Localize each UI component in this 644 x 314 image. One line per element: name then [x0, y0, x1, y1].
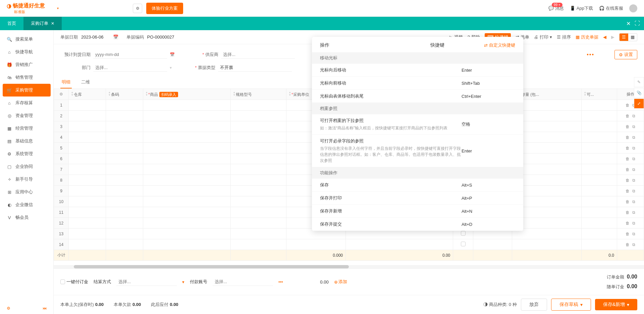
pay-amount[interactable]: 0.00: [288, 279, 329, 285]
custom-shortcut-link[interactable]: ⇄ 自定义快捷键: [484, 42, 515, 48]
prev-doc[interactable]: ◀: [603, 35, 606, 40]
view-list[interactable]: ☰: [620, 34, 628, 41]
app-download-link[interactable]: 📱App下载: [570, 5, 593, 11]
sidebar-item[interactable]: ⌂快捷导航: [0, 46, 53, 58]
messages-link[interactable]: 💬消息99 +: [548, 5, 564, 11]
view-card[interactable]: ▦: [628, 34, 637, 41]
onekey-deposit-check[interactable]: 一键付订金: [60, 279, 88, 285]
delete-row-icon[interactable]: 🗑: [626, 178, 630, 183]
copy-row-icon[interactable]: ⧉: [632, 178, 635, 183]
shortcut-row: 保存并提交Alt+D: [312, 218, 523, 231]
copy-row-icon[interactable]: ⧉: [632, 135, 635, 140]
nav-icon: ⌂: [7, 50, 12, 55]
sidebar-item[interactable]: ◐企业微信: [0, 198, 53, 211]
sidebar-item[interactable]: ✧新手引导: [0, 173, 53, 186]
copy-row-icon[interactable]: ⧉: [632, 221, 635, 226]
copy-row-icon[interactable]: ⧉: [632, 189, 635, 193]
sidebar-item[interactable]: ▦经营管理: [0, 122, 53, 135]
delete-row-icon[interactable]: 🗑: [626, 232, 630, 236]
col-spec[interactable]: ▴▾规格型号: [230, 89, 286, 100]
delete-row-icon[interactable]: 🗑: [626, 114, 630, 118]
table-row[interactable]: 14🗑⧉: [54, 239, 644, 250]
sidebar-item[interactable]: 🛍销售管理: [0, 71, 53, 84]
copy-row-icon[interactable]: ⧉: [632, 156, 635, 161]
col-config[interactable]: ⚙: [54, 89, 69, 100]
scan-entry-chip[interactable]: 扫码录入: [159, 92, 178, 97]
calendar-icon[interactable]: 📅: [113, 35, 118, 40]
rail-attach[interactable]: 📎: [634, 88, 644, 98]
save-and-new-button[interactable]: 保存&新增▾: [595, 299, 637, 310]
next-doc[interactable]: ▶: [611, 35, 614, 40]
try-industry-button[interactable]: 体验行业方案: [146, 3, 183, 14]
sidebar-collapse[interactable]: ⏮: [43, 306, 47, 311]
settings-button[interactable]: ⚙ 设置: [614, 50, 637, 59]
org-settings-button[interactable]: ⚙: [133, 4, 142, 13]
col-barcode[interactable]: ▴▾条码: [106, 89, 143, 100]
delete-row-icon[interactable]: 🗑: [626, 199, 630, 204]
tab-dimension[interactable]: 二维: [80, 76, 91, 88]
delete-row-icon[interactable]: 🗑: [626, 135, 630, 140]
delete-row-icon[interactable]: 🗑: [626, 242, 630, 247]
copy-row-icon[interactable]: ⧉: [632, 114, 635, 118]
sidebar-item[interactable]: ◎资金管理: [0, 109, 53, 122]
dept-select[interactable]: [93, 64, 167, 72]
copy-row-icon[interactable]: ⧉: [632, 146, 635, 150]
add-payment-link[interactable]: ⊕ 添加: [334, 279, 347, 285]
arrival-date-input[interactable]: [93, 51, 167, 59]
doc-date[interactable]: 2023-06-06: [81, 35, 104, 40]
settle-method-select[interactable]: [116, 278, 177, 286]
sort-menu[interactable]: ☰ 排序: [557, 34, 571, 40]
close-all-tabs[interactable]: ✕: [626, 20, 631, 27]
tab-home[interactable]: 首页: [0, 17, 23, 30]
tab-purchase-order[interactable]: 采购订单✕: [23, 17, 62, 30]
delete-row-icon[interactable]: 🗑: [626, 124, 630, 129]
sidebar-item[interactable]: 🎁营销推广: [0, 58, 53, 71]
copy-row-icon[interactable]: ⧉: [632, 124, 635, 129]
sidebar-item[interactable]: ⚙系统管理: [0, 147, 53, 160]
copy-row-icon[interactable]: ⧉: [632, 167, 635, 172]
tab-detail[interactable]: 明细: [60, 76, 72, 88]
calendar-icon[interactable]: 📅: [170, 52, 175, 57]
delete-row-icon[interactable]: 🗑: [626, 167, 630, 172]
close-icon[interactable]: ✕: [51, 21, 54, 26]
fullscreen-toggle[interactable]: ⛶: [635, 20, 640, 26]
rail-expand[interactable]: ⤢: [634, 99, 644, 109]
copy-row-icon[interactable]: ⧉: [632, 232, 635, 236]
org-selector[interactable]: ▾: [55, 6, 129, 10]
chevron-down-icon: ▾: [580, 302, 583, 307]
col-avail[interactable]: ▴▾可...: [581, 89, 617, 100]
col-warehouse[interactable]: ▴▾仓库: [69, 89, 106, 100]
save-draft-button[interactable]: 保存草稿▾: [551, 299, 591, 311]
nav-icon: ▦: [7, 126, 12, 131]
horizontal-scrollbar[interactable]: [54, 265, 644, 268]
supplier-select[interactable]: [221, 51, 295, 59]
copy-row-icon[interactable]: ⧉: [632, 242, 635, 247]
delete-row-icon[interactable]: 🗑: [626, 189, 630, 193]
delete-row-icon[interactable]: 🗑: [626, 210, 630, 215]
invoice-type-select[interactable]: [218, 64, 292, 72]
copy-row-icon[interactable]: ⧉: [632, 199, 635, 204]
sidebar-item[interactable]: ▤基础信息: [0, 135, 53, 147]
discard-button[interactable]: 放弃: [521, 299, 547, 311]
sidebar-item[interactable]: ⊞应用中心: [0, 186, 53, 198]
print-menu[interactable]: 🖨 打印 ▾: [534, 34, 552, 40]
history-link[interactable]: ▦ 历史单据: [576, 34, 598, 40]
row-checkbox[interactable]: [461, 242, 466, 246]
sidebar-settings[interactable]: ⚙: [7, 306, 10, 311]
delete-row-icon[interactable]: 🗑: [626, 221, 630, 226]
copy-row-icon[interactable]: ⧉: [632, 210, 635, 215]
delete-row-icon[interactable]: 🗑: [626, 103, 630, 108]
sidebar-item[interactable]: ▢企业协同: [0, 160, 53, 173]
online-cs-link[interactable]: 🎧在线客服: [599, 5, 623, 11]
rail-note[interactable]: ✎: [634, 77, 644, 87]
delete-row-icon[interactable]: 🗑: [626, 156, 630, 161]
pay-account-select[interactable]: [213, 278, 273, 286]
col-product[interactable]: ▴▾*商品扫码录入: [143, 89, 230, 100]
sidebar-item[interactable]: 🛒采购管理: [3, 84, 51, 97]
row-checkbox[interactable]: [461, 231, 466, 236]
sidebar-item[interactable]: ⌂库存核算: [0, 97, 53, 109]
sidebar-item[interactable]: 🔍搜索菜单: [0, 33, 53, 46]
user-menu[interactable]: [629, 4, 637, 12]
sidebar-item[interactable]: V畅会员: [0, 211, 53, 224]
delete-row-icon[interactable]: 🗑: [626, 146, 630, 150]
